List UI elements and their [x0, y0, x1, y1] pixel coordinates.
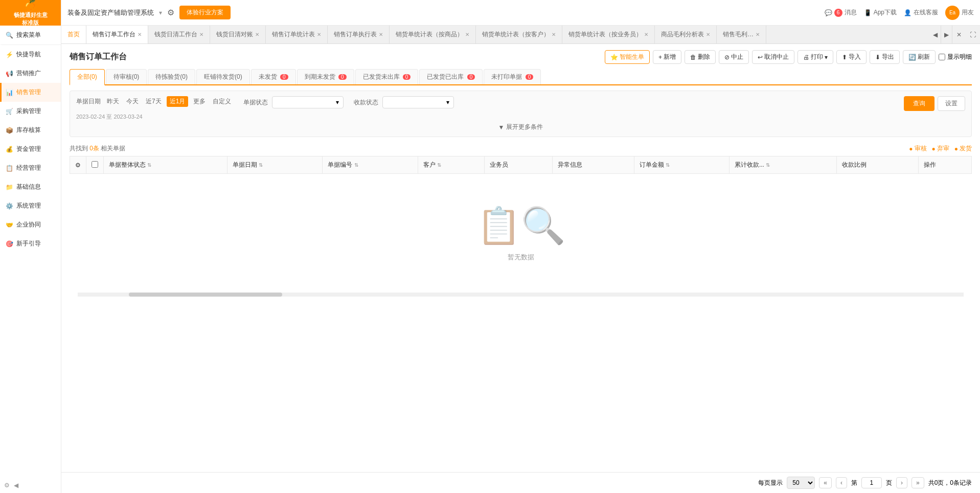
settings-icon[interactable]: ⚙	[4, 482, 10, 489]
sidebar-item-purchase[interactable]: 🛒 采购管理	[0, 102, 61, 121]
last-page-button[interactable]: »	[911, 477, 924, 488]
gear-icon[interactable]: ⚙	[167, 8, 174, 17]
th-cumulative-receipt[interactable]: 累计收款... ⇅	[729, 156, 836, 174]
tab-prev-btn[interactable]: ◀	[930, 26, 941, 44]
select-all-checkbox[interactable]	[92, 161, 98, 168]
date-option-yesterday[interactable]: 昨天	[105, 96, 121, 107]
tab-close-icon[interactable]: ✕	[552, 32, 556, 37]
tab-close-icon[interactable]: ✕	[199, 32, 203, 37]
set-button[interactable]: 设置	[938, 96, 965, 111]
date-option-7days[interactable]: 近7天	[144, 96, 164, 107]
th-doc-num[interactable]: 单据编号 ⇅	[323, 156, 418, 174]
show-detail-checkbox[interactable]: 显示明细	[939, 53, 972, 61]
page-title: 销售订单工作台	[70, 52, 127, 62]
tab-home[interactable]: 首页	[61, 26, 86, 44]
tab-close-icon[interactable]: ✕	[756, 32, 760, 37]
date-option-more[interactable]: 更多	[191, 96, 208, 107]
th-customer[interactable]: 客户 ⇅	[418, 156, 485, 174]
delete-button[interactable]: 🗑 删除	[685, 50, 716, 64]
cancel-stop-button[interactable]: ↩ 取消中止	[752, 50, 794, 64]
first-page-button[interactable]: «	[819, 477, 832, 488]
th-checkbox[interactable]	[86, 156, 104, 174]
tab-sales-order-workbench[interactable]: 销售订单工作台 ✕	[86, 26, 148, 44]
query-button[interactable]: 查询	[904, 96, 935, 111]
payment-select[interactable]: ▾	[382, 96, 454, 108]
sidebar-item-operations[interactable]: 📋 经营管理	[0, 159, 61, 177]
tab-sales-margin[interactable]: 销售毛利… ✕	[717, 26, 766, 44]
collapse-icon[interactable]: ◀	[14, 482, 18, 489]
data-table: ⚙ 单据整体状态 ⇅ 单据日期 ⇅ 单据编号 ⇅	[70, 156, 972, 174]
sub-tab-overdue-ship[interactable]: 到期未发货 0	[297, 69, 354, 84]
sidebar-item-basics[interactable]: 📁 基础信息	[0, 177, 61, 196]
online-service-btn[interactable]: 👤 在线客服	[904, 8, 938, 17]
next-page-button[interactable]: ›	[896, 477, 907, 488]
sub-tab-not-shipped[interactable]: 未发货 0	[251, 69, 296, 84]
date-option-custom[interactable]: 自定义	[211, 96, 233, 107]
th-doc-date[interactable]: 单据日期 ⇅	[227, 156, 323, 174]
tab-close-icon[interactable]: ✕	[379, 32, 383, 37]
audit-action[interactable]: ● 审核	[909, 144, 926, 153]
tab-close-icon[interactable]: ✕	[317, 32, 321, 37]
ship-action[interactable]: ● 发货	[954, 144, 972, 153]
tab-close-all-btn[interactable]: ✕	[952, 26, 966, 44]
prev-page-button[interactable]: ‹	[836, 477, 847, 488]
th-order-amount[interactable]: 订单金额 ⇅	[634, 156, 729, 174]
stop-button[interactable]: ⊘ 中止	[719, 50, 749, 64]
expand-filter-button[interactable]: ▼ 展开更多条件	[498, 123, 543, 131]
page-label: 第	[851, 479, 857, 487]
tab-close-icon[interactable]: ✕	[465, 32, 469, 37]
sub-tab-shipped-out[interactable]: 已发货已出库 0	[419, 69, 483, 84]
export-button[interactable]: ⬇ 导出	[870, 50, 900, 64]
sub-tab-pending-review[interactable]: 待审核(0)	[106, 69, 147, 84]
sidebar-item-marketing[interactable]: 📢 营销推广	[0, 64, 61, 83]
tab-close-icon[interactable]: ✕	[644, 32, 648, 37]
tab-next-btn[interactable]: ▶	[941, 26, 952, 44]
sidebar-item-inventory[interactable]: 📦 库存核算	[0, 121, 61, 140]
dropdown-arrow-icon[interactable]: ▾	[159, 9, 162, 16]
add-button[interactable]: + 新增	[653, 50, 681, 64]
sidebar-item-quicknav[interactable]: ⚡ 快捷导航	[0, 45, 61, 64]
import-button[interactable]: ⬆ 导入	[836, 50, 867, 64]
page-size-select[interactable]: 50 10 20 100	[787, 477, 815, 489]
sub-tab-shipped-not-out[interactable]: 已发货未出库 0	[355, 69, 419, 84]
print-button[interactable]: 🖨 打印 ▾	[797, 50, 833, 64]
tab-close-icon[interactable]: ✕	[255, 32, 259, 37]
sidebar-item-finance[interactable]: 💰 资金管理	[0, 140, 61, 159]
tab-cash-reconcile[interactable]: 钱货日清对账 ✕	[210, 26, 266, 44]
tab-fullscreen-btn[interactable]: ⛶	[966, 26, 980, 44]
th-doc-status[interactable]: 单据整体状态 ⇅	[104, 156, 227, 174]
tab-cash-daily[interactable]: 钱货日清工作台 ✕	[148, 26, 210, 44]
tab-ship-stats-customer[interactable]: 销货单统计表（按客户） ✕	[476, 26, 562, 44]
tab-sales-stats[interactable]: 销售订单统计表 ✕	[266, 26, 328, 44]
sidebar-item-search[interactable]: 🔍 搜索菜单	[0, 26, 61, 45]
show-detail-input[interactable]	[939, 54, 945, 60]
sidebar-item-sales[interactable]: 📊 销售管理	[0, 83, 61, 102]
scrollbar-thumb[interactable]	[129, 293, 282, 297]
date-option-1month[interactable]: 近1月	[167, 96, 189, 107]
tab-close-icon[interactable]: ✕	[706, 32, 710, 37]
user-menu[interactable]: Ea 用友	[945, 6, 974, 20]
tab-ship-stats-staff[interactable]: 销货单统计表（按业务员） ✕	[562, 26, 655, 44]
smart-generate-button[interactable]: ⭐ 智能生单	[605, 50, 650, 64]
sidebar-item-system[interactable]: ⚙️ 系统管理	[0, 196, 61, 215]
status-select[interactable]: ▾	[272, 96, 344, 108]
cancel-audit-action[interactable]: ● 弃审	[932, 144, 949, 153]
app-download-btn[interactable]: 📱 App下载	[864, 8, 897, 17]
tab-ship-stats-product[interactable]: 销货单统计表（按商品） ✕	[390, 26, 476, 44]
horizontal-scrollbar[interactable]	[78, 293, 964, 297]
page-number-input[interactable]	[861, 477, 882, 488]
tab-margin-analysis[interactable]: 商品毛利分析表 ✕	[655, 26, 717, 44]
sub-tab-all[interactable]: 全部(0)	[70, 69, 105, 85]
message-btn[interactable]: 💬 6 消息	[825, 8, 857, 17]
sub-tab-wangpu-ship[interactable]: 旺铺待发货(0)	[196, 69, 250, 84]
refresh-button[interactable]: 🔄 刷新	[903, 50, 936, 64]
sidebar-item-guide[interactable]: 🎯 新手引导	[0, 234, 61, 253]
sidebar-item-collab[interactable]: 🤝 企业协同	[0, 215, 61, 234]
industry-solution-button[interactable]: 体验行业方案	[179, 6, 231, 19]
sub-tab-not-printed[interactable]: 未打印单据 0	[484, 69, 541, 84]
date-option-today[interactable]: 今天	[124, 96, 141, 107]
th-settings[interactable]: ⚙	[70, 156, 86, 174]
tab-sales-exec[interactable]: 销售订单执行表 ✕	[328, 26, 390, 44]
tab-close-icon[interactable]: ✕	[138, 32, 142, 37]
sub-tab-pending-inspect[interactable]: 待拣验货(0)	[148, 69, 195, 84]
